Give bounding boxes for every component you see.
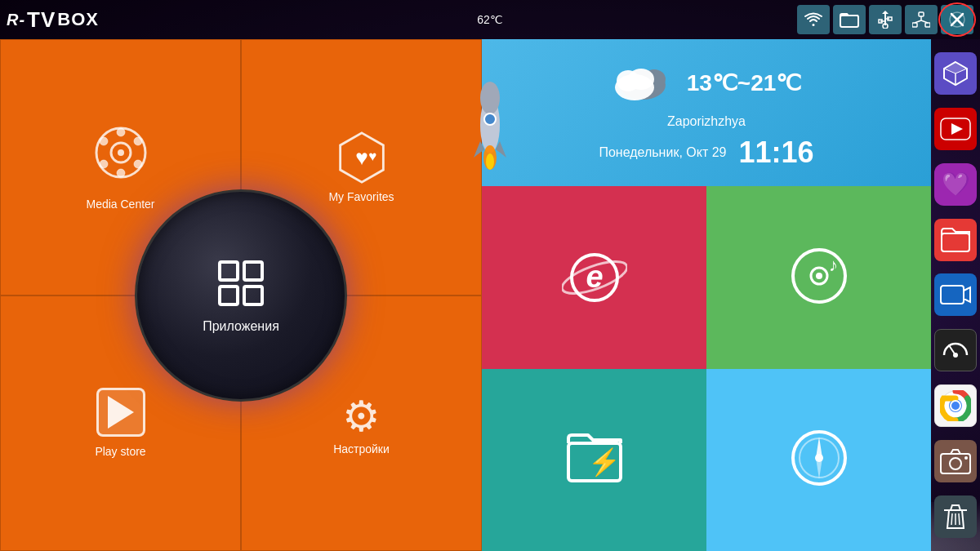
my-favorites-icon: ♥ ♥ <box>336 131 388 184</box>
wifi-button[interactable] <box>797 5 830 34</box>
recycle-app[interactable] <box>934 495 977 538</box>
app-grid: e ♪ <box>482 186 931 551</box>
svg-point-23 <box>117 169 125 177</box>
svg-point-16 <box>950 12 964 27</box>
folder-icon <box>840 11 859 28</box>
svg-marker-60 <box>944 62 967 73</box>
red-folder-icon <box>941 228 970 252</box>
svg-point-72 <box>951 402 960 410</box>
hex-icon: ♥ ♥ <box>336 130 388 185</box>
svg-point-21 <box>134 137 142 145</box>
youtube-app[interactable] <box>934 108 977 150</box>
wifi-icon <box>804 12 822 27</box>
network-button[interactable] <box>905 5 938 34</box>
svg-point-50 <box>816 273 822 279</box>
red-folder-app[interactable] <box>934 219 977 261</box>
weather-time: 11:16 <box>738 136 813 170</box>
settings-icon: ⚙ <box>336 390 388 442</box>
folder-button[interactable] <box>833 5 866 34</box>
svg-line-12 <box>915 20 921 23</box>
svg-text:♥: ♥ <box>355 145 368 170</box>
cloud-svg <box>612 56 670 101</box>
svg-marker-57 <box>816 437 822 458</box>
media-player-icon: ♪ <box>786 243 852 312</box>
svg-rect-9 <box>912 23 917 27</box>
cube-app[interactable] <box>934 52 977 95</box>
compass-icon <box>786 425 852 491</box>
weather-datetime: Понедельник, Окт 29 11:16 <box>599 136 813 170</box>
cube-icon <box>941 59 970 88</box>
speed-app[interactable] <box>934 329 977 371</box>
svg-line-79 <box>959 513 960 525</box>
svg-line-15 <box>951 14 963 25</box>
explorer-tile[interactable] <box>706 369 931 552</box>
logo-tv: TV <box>27 7 56 33</box>
svg-line-77 <box>951 513 952 525</box>
settings-network-button[interactable] <box>941 5 973 34</box>
svg-marker-2 <box>882 11 889 14</box>
svg-point-25 <box>100 137 108 145</box>
svg-rect-29 <box>220 262 238 280</box>
chrome-app[interactable] <box>934 384 977 427</box>
applications-label: Приложения <box>203 319 279 334</box>
usb-button[interactable] <box>869 5 902 34</box>
svg-line-14 <box>951 14 963 25</box>
video-icon <box>940 282 971 307</box>
media-player-tile[interactable]: ♪ <box>706 186 931 369</box>
weather-temperature: 13℃~21℃ <box>687 69 802 96</box>
svg-point-34 <box>480 82 500 114</box>
usb-icon <box>877 11 893 29</box>
weather-city: Zaporizhzhya <box>667 114 746 129</box>
logo-text: R- <box>7 11 25 29</box>
svg-rect-30 <box>244 262 262 280</box>
svg-text:♪: ♪ <box>829 255 838 275</box>
svg-rect-31 <box>220 287 238 304</box>
weather-date: Понедельник, Окт 29 <box>599 145 726 160</box>
play-triangle <box>108 396 134 429</box>
purple-app[interactable]: 💜 <box>934 163 977 206</box>
youtube-icon <box>940 118 971 140</box>
media-center-icon <box>92 124 149 191</box>
rocket-svg <box>470 80 510 178</box>
left-panel: Media Center ♥ ♥ My Favorites P <box>0 39 482 551</box>
settings-label: Настройки <box>333 442 390 455</box>
svg-text:⚡: ⚡ <box>588 447 621 478</box>
svg-rect-8 <box>919 12 924 16</box>
video-app[interactable] <box>934 273 977 316</box>
svg-marker-66 <box>964 287 970 302</box>
svg-point-39 <box>486 153 494 170</box>
weather-top: 13℃~21℃ <box>612 56 802 110</box>
file-manager-icon: ⚡ <box>562 425 627 494</box>
explorer-icon <box>786 425 852 494</box>
network-icon <box>912 11 930 28</box>
svg-rect-32 <box>244 287 262 304</box>
main-area: Media Center ♥ ♥ My Favorites P <box>0 39 931 551</box>
svg-line-68 <box>949 345 956 355</box>
applications-grid-icon <box>215 257 267 313</box>
applications-circle[interactable]: Приложения <box>135 189 347 402</box>
cd-icon: ♪ <box>786 243 852 309</box>
svg-rect-65 <box>941 286 964 304</box>
weather-cloud-icon <box>612 56 670 110</box>
svg-point-44 <box>628 69 654 90</box>
svg-point-74 <box>950 458 961 469</box>
svg-rect-10 <box>925 23 930 27</box>
ie-icon: e <box>562 245 627 310</box>
settings-network-active-icon <box>948 11 966 29</box>
camera-app[interactable] <box>934 440 977 482</box>
logo-box: BOX <box>57 9 99 30</box>
svg-point-75 <box>964 456 968 460</box>
browser-tile[interactable]: e <box>482 186 706 369</box>
right-panel: 13℃~21℃ Zaporizhzhya Понедельник, Окт 29… <box>482 39 931 551</box>
weather-widget: 13℃~21℃ Zaporizhzhya Понедельник, Окт 29… <box>482 39 931 186</box>
play-store-label: Play store <box>95 445 145 458</box>
grid-icon <box>215 257 267 309</box>
svg-text:e: e <box>586 260 603 294</box>
header-bar: R- TV BOX 62℃ <box>0 0 980 39</box>
svg-marker-58 <box>816 458 822 479</box>
svg-point-22 <box>134 160 142 168</box>
svg-rect-64 <box>942 233 969 251</box>
rocket-decoration <box>470 80 510 185</box>
file-manager-tile[interactable]: ⚡ <box>482 369 706 552</box>
folder-lightning-icon: ⚡ <box>562 425 627 491</box>
